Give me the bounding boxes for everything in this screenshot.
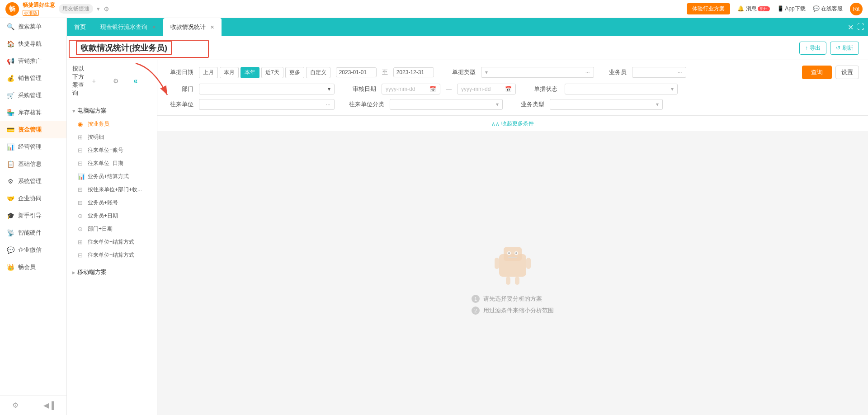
scheme-item-1[interactable]: ⊞ 按明细 bbox=[67, 131, 157, 144]
doc-status-arrow-icon: ▾ bbox=[671, 86, 674, 92]
user-avatar[interactable]: Rit bbox=[850, 3, 863, 15]
partner-category-select[interactable]: ▾ bbox=[390, 99, 503, 110]
scheme-item-icon-0: ◉ bbox=[78, 121, 85, 127]
salesperson-select[interactable]: ··· bbox=[632, 67, 686, 78]
scheme-item-5[interactable]: ⊟ 按往来单位+部门+收... bbox=[67, 183, 157, 196]
svg-point-4 bbox=[508, 252, 510, 254]
partner-more-icon[interactable]: ··· bbox=[326, 101, 330, 108]
doctype-more-icon[interactable]: ··· bbox=[585, 69, 590, 75]
collapse-panel-btn[interactable]: « bbox=[132, 76, 151, 86]
scheme-item-8[interactable]: ⊙ 部门+日期 bbox=[67, 222, 157, 236]
svg-rect-9 bbox=[506, 277, 510, 285]
tab-close-all-icon[interactable]: ✕ bbox=[848, 23, 854, 32]
partner-select[interactable]: ··· bbox=[199, 99, 335, 110]
system-icon: ⚙ bbox=[6, 177, 14, 185]
biz-type-select[interactable]: ▾ bbox=[550, 99, 663, 110]
dept-select[interactable]: ▾ bbox=[199, 84, 335, 94]
sidebar-settings-btn[interactable]: ⚙ bbox=[9, 399, 22, 411]
query-btn[interactable]: 查询 bbox=[802, 66, 832, 79]
sidebar-item-member[interactable]: 👑 畅会员 bbox=[0, 259, 66, 276]
sidebar-item-finance[interactable]: 💳 资金管理 bbox=[0, 121, 66, 138]
date-btn-7days[interactable]: 近7天 bbox=[261, 67, 283, 78]
scheme-item-icon-1: ⊞ bbox=[78, 134, 85, 141]
scheme-item-icon-7: ⊙ bbox=[78, 212, 85, 219]
scheme-item-3[interactable]: ⊟ 往来单位+日期 bbox=[67, 157, 157, 170]
tab-cashflow[interactable]: 现金银行流水查询 ✕ bbox=[93, 18, 163, 36]
settings-icon[interactable]: ⚙ bbox=[104, 5, 109, 13]
sidebar-item-basic[interactable]: 📋 基础信息 bbox=[0, 156, 66, 173]
wechat-icon: 💬 bbox=[6, 246, 14, 254]
scheme-item-10[interactable]: ⊟ 往来单位+结算方式 bbox=[67, 249, 157, 262]
sidebar-item-search[interactable]: 🔍 搜索菜单 bbox=[0, 18, 66, 35]
scheme-item-6[interactable]: ⊟ 业务员+账号 bbox=[67, 196, 157, 209]
date-separator: 至 bbox=[382, 68, 388, 76]
scheme-item-icon-5: ⊟ bbox=[78, 186, 85, 193]
audit-date-from[interactable]: yyyy-mm-dd 📅 bbox=[382, 84, 440, 94]
svg-rect-1 bbox=[504, 247, 522, 261]
sidebar-item-newbie[interactable]: 🎓 新手引导 bbox=[0, 207, 66, 224]
date-btn-this-year[interactable]: 本年 bbox=[241, 67, 259, 78]
tab-home[interactable]: 首页 bbox=[67, 18, 93, 36]
date-range-buttons: 上月 本月 本年 近7天 更多 自定义 bbox=[199, 67, 330, 78]
scheme-item-0[interactable]: ◉ 按业务员 bbox=[67, 118, 157, 131]
scheme-item-icon-9: ⊞ bbox=[78, 239, 85, 245]
mobile-section: ▸ 移动端方案 bbox=[67, 264, 157, 281]
doctype-select[interactable]: ▾ ··· bbox=[481, 67, 594, 78]
right-panel: 单据日期 上月 本月 本年 近7天 更多 自定义 至 单据类型 bbox=[157, 60, 868, 415]
scheme-item-2[interactable]: ⊟ 往来单位+账号 bbox=[67, 144, 157, 157]
refresh-btn[interactable]: ↺ 刷新 bbox=[830, 42, 859, 55]
scheme-item-4[interactable]: 📊 业务员+结算方式 bbox=[67, 170, 157, 183]
sidebar-item-sales[interactable]: 💰 销售管理 bbox=[0, 70, 66, 87]
tab-cashflow-close-icon[interactable]: ✕ bbox=[152, 24, 156, 30]
sidebar-item-operations[interactable]: 📊 经营管理 bbox=[0, 138, 66, 156]
date-btn-custom[interactable]: 自定义 bbox=[306, 67, 330, 78]
date-btn-more[interactable]: 更多 bbox=[285, 67, 304, 78]
sidebar-item-purchase[interactable]: 🛒 采购管理 bbox=[0, 87, 66, 104]
messages-btn[interactable]: 🔔 消息99+ bbox=[737, 5, 769, 13]
dept-label: 部门 bbox=[166, 85, 193, 93]
desktop-section-header[interactable]: ▾ 电脑端方案 bbox=[67, 104, 157, 118]
doc-status-select[interactable]: ▾ bbox=[565, 84, 678, 94]
mobile-section-header[interactable]: ▸ 移动端方案 bbox=[67, 265, 157, 279]
date-btn-this-month[interactable]: 本月 bbox=[220, 67, 239, 78]
date-btn-last-month[interactable]: 上月 bbox=[199, 67, 218, 78]
tab-collection[interactable]: 收款情况统计 ✕ bbox=[163, 18, 222, 36]
finance-icon: 💳 bbox=[6, 126, 14, 134]
trial-btn[interactable]: 体验行业方案 bbox=[687, 3, 730, 14]
export-btn[interactable]: ↑ 导出 bbox=[799, 42, 826, 55]
tab-restore-icon[interactable]: ⛶ bbox=[857, 23, 864, 31]
audit-date-to[interactable]: yyyy-mm-dd 📅 bbox=[457, 84, 516, 94]
mobile-section-expand-icon: ▸ bbox=[72, 269, 75, 276]
scheme-item-9[interactable]: ⊞ 往来单位+结算方式 bbox=[67, 236, 157, 249]
scheme-settings-btn[interactable]: ⚙ bbox=[112, 76, 131, 85]
sidebar-bottom: ⚙ ◀▐ bbox=[0, 395, 66, 415]
sidebar-item-smarthw[interactable]: 📡 智能硬件 bbox=[0, 224, 66, 241]
collapse-bar[interactable]: ∧∧ 收起更多条件 bbox=[157, 116, 868, 131]
date-from-input[interactable] bbox=[336, 67, 377, 77]
sidebar-collapse-btn[interactable]: ◀▐ bbox=[40, 399, 57, 411]
sidebar-item-marketing[interactable]: 📢 营销推广 bbox=[0, 52, 66, 70]
sidebar-item-system[interactable]: ⚙ 系统管理 bbox=[0, 173, 66, 190]
scheme-item-7[interactable]: ⊙ 业务员+日期 bbox=[67, 209, 157, 222]
breadcrumb-dropdown-icon[interactable]: ▾ bbox=[97, 5, 100, 12]
top-header-left: 畅 畅捷通好生意 标准版 用友畅捷通 ▾ ⚙ bbox=[5, 0, 109, 20]
sidebar-item-quicknav[interactable]: 🏠 快捷导航 bbox=[0, 35, 66, 52]
date-to-input[interactable] bbox=[393, 67, 434, 77]
empty-illustration bbox=[486, 231, 540, 286]
sidebar-item-wechat[interactable]: 💬 企业微信 bbox=[0, 241, 66, 259]
tab-collection-close-icon[interactable]: ✕ bbox=[210, 24, 214, 30]
svg-rect-7 bbox=[495, 258, 499, 269]
tip-num-1: 1 bbox=[472, 295, 480, 303]
sidebar-item-enterprise[interactable]: 🤝 企业协同 bbox=[0, 190, 66, 207]
app-download-btn[interactable]: 📱 App下载 bbox=[777, 5, 806, 13]
online-service-btn[interactable]: 💬 在线客服 bbox=[813, 5, 843, 13]
tip-2: 2 用过滤条件来缩小分析范围 bbox=[472, 307, 554, 315]
marketing-icon: 📢 bbox=[6, 57, 14, 65]
doctype-arrow-icon: ▾ bbox=[485, 69, 488, 75]
tip-num-2: 2 bbox=[472, 307, 480, 315]
salesperson-more-icon[interactable]: ··· bbox=[678, 69, 682, 75]
setting-btn[interactable]: 设置 bbox=[835, 66, 859, 79]
svg-rect-6 bbox=[508, 257, 517, 258]
sidebar-item-inventory[interactable]: 🏪 库存核算 bbox=[0, 104, 66, 121]
add-scheme-btn[interactable]: + bbox=[91, 76, 110, 85]
